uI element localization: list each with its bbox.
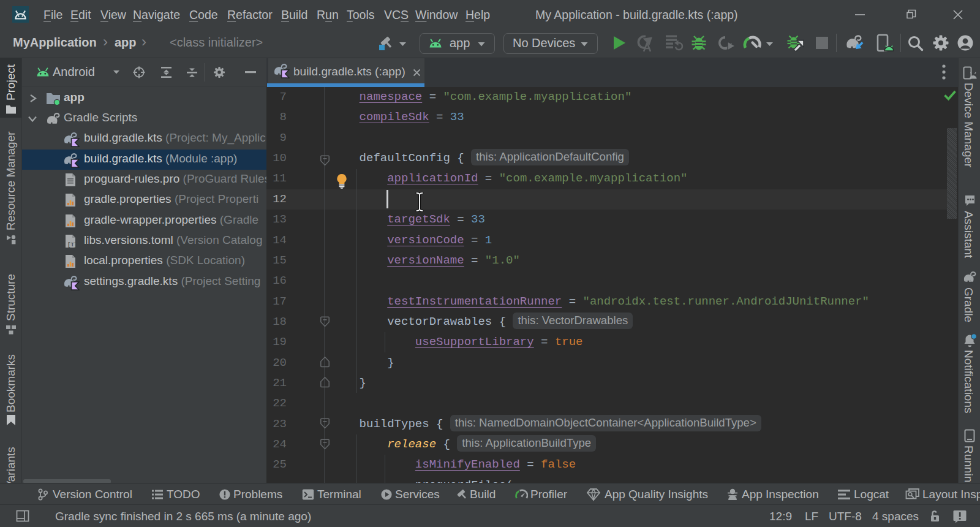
svg-text:[T]: [T] xyxy=(67,242,76,248)
